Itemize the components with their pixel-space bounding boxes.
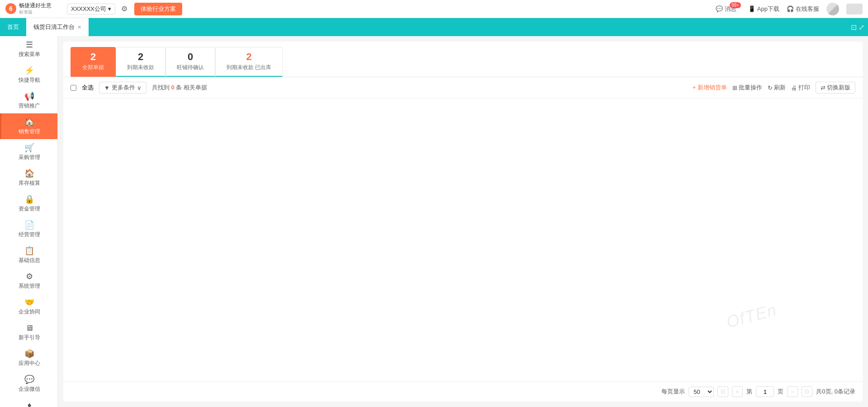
search-menu-icon: ☰ (26, 41, 33, 49)
pagination-next-button[interactable]: ＞ (787, 386, 798, 397)
app-download-button[interactable]: 📱 App下载 (748, 5, 779, 13)
print-label: 打印 (798, 84, 810, 92)
app-center-icon: 📦 (24, 350, 34, 358)
tab-close-icon[interactable]: ✕ (77, 24, 81, 30)
refresh-icon: ↻ (768, 84, 773, 91)
tab-pending[interactable]: 0 旺铺待确认 (165, 47, 215, 77)
online-service-button[interactable]: 🎧 在线客服 (787, 5, 819, 13)
sidebar-label-wechat: 企业微信 (19, 385, 40, 393)
experience-button[interactable]: 体验行业方案 (134, 3, 182, 15)
marketing-icon: 📢 (24, 92, 34, 100)
tab-minimize-icon[interactable]: ⊡ (851, 23, 857, 32)
sales-icon: 🏠 (24, 118, 34, 126)
page-suffix: 页 (778, 388, 783, 396)
tab-maximize-icon[interactable]: ⤢ (859, 23, 864, 32)
sidebar-item-operations[interactable]: 📄 经营管理 (0, 216, 57, 242)
found-suffix: 条 相关单据 (176, 84, 207, 91)
toolbar-right: + 新增销货单 ⊞ 批量操作 ↻ 刷新 🖨 打印 ⇄ (693, 82, 855, 94)
pagination-prev-button[interactable]: ＜ (732, 386, 743, 397)
sidebar-label-operations: 经营管理 (19, 231, 40, 239)
pagination: 每页显示 50 10 20 100 ⟨⟨ ＜ 第 页 ＞ ⟩⟩ 共0页, 0条记… (63, 381, 863, 402)
switch-version-button[interactable]: ⇄ 切换新版 (816, 82, 855, 94)
select-all-checkbox[interactable] (71, 85, 76, 91)
header-right: 💬 消息 99+ 📱 App下载 🎧 在线客服 (716, 3, 863, 15)
sidebar-item-member[interactable]: ♦ 畅会员 (0, 397, 57, 407)
refresh-label: 刷新 (774, 84, 786, 92)
page-input[interactable] (756, 386, 774, 397)
tab-shipped[interactable]: 2 到期未收款 已出库 (215, 47, 283, 77)
sidebar-item-wechat[interactable]: 💬 企业微信 (0, 371, 57, 397)
gear-icon: ⚙ (121, 5, 127, 13)
sidebar-item-inventory[interactable]: 🏠 库存核算 (0, 165, 57, 191)
chevron-down-icon: ∨ (137, 84, 142, 91)
pagination-first-button[interactable]: ⟨⟨ (717, 386, 728, 397)
content-inner: 2 全部单据 2 到期未收款 0 旺铺待确认 2 到期未收款 已出库 (63, 42, 863, 402)
sidebar-label-app-center: 应用中心 (19, 360, 40, 367)
tab-home[interactable]: 首页 (0, 18, 26, 36)
user-menu[interactable] (846, 4, 863, 14)
logo-text-block: 畅捷通好生意 标准版 (19, 2, 52, 15)
sidebar-item-sys-mgmt[interactable]: ⚙ 系统管理 (0, 268, 57, 294)
main-layout: ☰ 搜索菜单 ⚡ 快捷导航 📢 营销推广 🏠 销售管理 🛒 采购管理 🏠 库存核… (0, 36, 868, 407)
chevron-down-icon: ▾ (108, 5, 111, 12)
sidebar-label-enterprise: 企业协同 (19, 308, 40, 316)
sidebar: ☰ 搜索菜单 ⚡ 快捷导航 📢 营销推广 🏠 销售管理 🛒 采购管理 🏠 库存核… (0, 36, 58, 407)
message-button[interactable]: 💬 消息 99+ (716, 5, 736, 13)
logo-title: 畅捷通好生意 (19, 2, 52, 9)
per-page-select[interactable]: 50 10 20 100 (689, 387, 714, 397)
logo-area: 6 畅捷通好生意 标准版 (5, 2, 63, 15)
sidebar-item-sales-mgmt[interactable]: 🏠 销售管理 (0, 113, 57, 139)
tab-all-label: 全部单据 (82, 64, 104, 71)
top-header: 6 畅捷通好生意 标准版 XXXXXX公司 ▾ ⚙ 体验行业方案 💬 消息 99… (0, 0, 868, 18)
select-all-label: 全选 (82, 84, 94, 92)
sidebar-item-app-center[interactable]: 📦 应用中心 (0, 345, 57, 371)
sidebar-item-search-menu[interactable]: ☰ 搜索菜单 (0, 36, 57, 62)
sidebar-label-inventory: 库存核算 (19, 179, 40, 187)
company-selector[interactable]: XXXXXX公司 ▾ (67, 4, 115, 14)
more-filter-button[interactable]: ▼ 更多条件 ∨ (99, 82, 146, 94)
tab-shipped-label: 到期未收款 已出库 (226, 64, 271, 71)
sidebar-label-purchase-mgmt: 采购管理 (19, 154, 40, 161)
service-icon: 🎧 (787, 5, 794, 12)
sidebar-item-quick-nav[interactable]: ⚡ 快捷导航 (0, 62, 57, 88)
total-info: 共0页, 0条记录 (816, 388, 855, 396)
batch-operation-button[interactable]: ⊞ 批量操作 (732, 84, 762, 92)
tab-overdue[interactable]: 2 到期未收款 (116, 47, 165, 77)
message-icon: 💬 (716, 5, 723, 12)
sidebar-item-marketing[interactable]: 📢 营销推广 (0, 88, 57, 113)
tab-all-orders[interactable]: 2 全部单据 (71, 47, 116, 77)
sidebar-item-enterprise[interactable]: 🤝 企业协同 (0, 294, 57, 319)
batch-label: 批量操作 (739, 84, 762, 92)
tab-home-label: 首页 (7, 23, 19, 31)
refresh-button[interactable]: ↻ 刷新 (768, 84, 786, 92)
enterprise-icon: 🤝 (24, 298, 34, 306)
found-count: 0 (171, 84, 175, 91)
sys-mgmt-icon: ⚙ (26, 272, 33, 281)
purchase-icon: 🛒 (24, 144, 34, 152)
avatar[interactable] (826, 3, 839, 15)
switch-icon: ⇄ (821, 84, 826, 91)
tab-pending-count: 0 (188, 51, 193, 63)
sidebar-item-basic-info[interactable]: 📋 基础信息 (0, 242, 57, 268)
batch-icon: ⊞ (732, 84, 737, 91)
tab-work[interactable]: 钱货日清工作台 ✕ (26, 18, 89, 36)
tab-work-label: 钱货日清工作台 (33, 23, 75, 31)
add-sales-order-button[interactable]: + 新增销货单 (693, 84, 727, 92)
message-badge: 99+ (730, 2, 741, 8)
sidebar-item-purchase-mgmt[interactable]: 🛒 采购管理 (0, 139, 57, 165)
operations-icon: 📄 (24, 221, 34, 229)
inventory-icon: 🏠 (24, 169, 34, 178)
settings-button[interactable]: ⚙ (118, 3, 131, 15)
pagination-last-button[interactable]: ⟩⟩ (802, 386, 812, 397)
sidebar-label-finance: 资金管理 (19, 205, 40, 213)
toolbar: 全选 ▼ 更多条件 ∨ 共找到 0 条 相关单据 + 新增销货单 ⊞ 批量操作 (63, 77, 863, 98)
found-prefix: 共找到 (152, 84, 170, 91)
sidebar-label-basic-info: 基础信息 (19, 257, 40, 264)
wechat-icon: 💬 (24, 375, 34, 384)
company-name: XXXXXX公司 (71, 5, 106, 13)
filter-label: 更多条件 (112, 84, 135, 92)
print-button[interactable]: 🖨 打印 (791, 84, 810, 92)
sidebar-item-finance[interactable]: 🔒 资金管理 (0, 191, 57, 216)
sidebar-item-guide[interactable]: 🖥 新手引导 (0, 319, 57, 345)
tab-shipped-count: 2 (246, 51, 252, 63)
